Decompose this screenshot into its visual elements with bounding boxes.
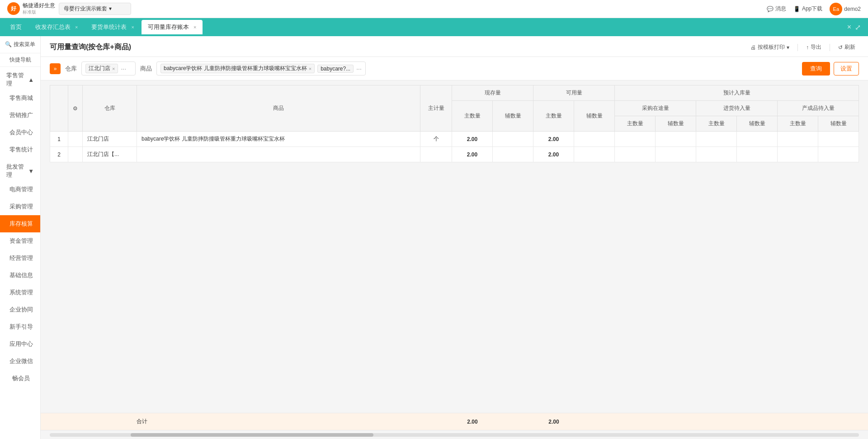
sidebar-item-system[interactable]: 系统管理 — [0, 284, 40, 301]
sidebar-item-enterprise[interactable]: 企业协同 — [0, 301, 40, 318]
tab-available-stock[interactable]: 可用量库存账本 × — [142, 20, 203, 34]
sidebar-item-vip[interactable]: 畅会员 — [0, 370, 40, 387]
sidebar-item-operation[interactable]: 经营管理 — [0, 250, 40, 267]
table-row: 2 江北门店【... 2.00 2.00 — [50, 147, 859, 162]
sidebar-item-inventory-label: 库存核算 — [6, 220, 36, 228]
logo-text-block: 畅捷通好生意 标准版 — [23, 2, 55, 15]
th-available-aux: 辅数量 — [574, 101, 615, 132]
th-production-aux: 辅数量 — [818, 116, 859, 132]
th-product: 商品 — [137, 85, 420, 132]
warehouse-filter-dots[interactable]: ··· — [121, 65, 126, 72]
warehouse-filter[interactable]: 江北门店 × ··· — [81, 61, 136, 76]
tab-home[interactable]: 首页 — [4, 20, 28, 34]
data-table: ⚙ 仓库 商品 主计量 现存量 可用量 预计入库量 主数量 辅数量 主数量 辅数… — [50, 85, 859, 162]
sidebar-item-newbie[interactable]: 新手引导 — [0, 318, 40, 335]
product-filter-dots[interactable]: ··· — [356, 65, 362, 72]
th-purchase-aux: 辅数量 — [656, 116, 696, 132]
cell-current-main: 2.00 — [452, 147, 493, 162]
scroll-thumb[interactable] — [131, 433, 373, 437]
page-header: 可用量查询(按仓库+商品) 🖨 按模板打印 ▾ ↑ 导出 ↺ 刷新 — [41, 36, 868, 57]
refresh-btn[interactable]: ↺ 刷新 — [835, 42, 859, 53]
th-available-group: 可用量 — [533, 85, 615, 101]
th-current-aux: 辅数量 — [493, 101, 533, 132]
th-available-main: 主数量 — [533, 101, 574, 132]
scroll-track[interactable] — [50, 433, 859, 437]
th-forecast-group: 预计入库量 — [615, 85, 859, 101]
sidebar-item-retail-mall[interactable]: 零售商城 — [0, 90, 40, 107]
th-seq — [50, 85, 68, 132]
nav-tabs: 首页 收发存汇总表 × 要货单统计表 × 可用量库存账本 × × ⤢ — [0, 18, 868, 36]
footer-available-main: 2.00 — [533, 419, 574, 425]
window-close-btn[interactable]: × — [847, 23, 851, 32]
sidebar-item-finance[interactable]: 资金管理 — [0, 232, 40, 250]
sidebar-item-retail-stats[interactable]: 零售统计 — [0, 141, 40, 158]
logo-area: 好 畅捷通好生意 标准版 — [7, 2, 55, 15]
warehouse-label: 仓库 — [65, 65, 77, 73]
sidebar-item-inventory[interactable]: 库存核算 — [0, 215, 40, 232]
user-name: demo2 — [844, 6, 861, 12]
content-area: 可用量查询(按仓库+商品) 🖨 按模板打印 ▾ ↑ 导出 ↺ 刷新 — [41, 36, 868, 439]
sidebar-item-system-label: 系统管理 — [6, 288, 36, 297]
cell-available-main: 2.00 — [533, 132, 574, 147]
tab-order-stats-close[interactable]: × — [131, 24, 134, 30]
tab-available-stock-close[interactable]: × — [193, 24, 196, 30]
sidebar-item-members[interactable]: 会员中心 — [0, 124, 40, 141]
filter-bar: » 仓库 江北门店 × ··· 商品 babycare学饮杯 儿童防摔防撞吸管杯… — [41, 57, 868, 80]
cell-unit — [420, 147, 452, 162]
cell-incoming-aux — [737, 147, 778, 162]
tab-order-stats[interactable]: 要货单统计表 × — [85, 20, 140, 34]
sidebar-search[interactable]: 🔍 搜索菜单 — [0, 36, 40, 53]
th-incoming-main: 主数量 — [696, 116, 737, 132]
cell-production-aux — [818, 147, 859, 162]
sidebar-item-app-center-label: 应用中心 — [6, 340, 36, 348]
tab-receive-summary-close[interactable]: × — [75, 24, 78, 30]
sidebar-item-basic-info[interactable]: 基础信息 — [0, 267, 40, 284]
sidebar-item-wechat-label: 企业微信 — [6, 357, 36, 365]
sidebar-item-basic-info-label: 基础信息 — [6, 271, 36, 279]
cell-production-main — [778, 147, 818, 162]
product-filter[interactable]: babycare学饮杯 儿童防摔防撞吸管杯重力球吸嘴杯宝宝水杯 × babyca… — [156, 61, 366, 76]
warehouse-tag-1-remove[interactable]: × — [112, 66, 115, 71]
top-bar: 好 畅捷通好生意 标准版 母婴行业演示账套 ▾ 💬 消息 📱 App下载 Ea … — [0, 0, 868, 18]
sidebar-item-retail-stats-label: 零售统计 — [6, 146, 36, 154]
sidebar-item-members-label: 会员中心 — [6, 128, 36, 137]
product-tag-1-remove[interactable]: × — [309, 66, 311, 71]
sidebar-item-wechat[interactable]: 企业微信 — [0, 353, 40, 370]
window-expand-btn[interactable]: ⤢ — [855, 23, 861, 32]
settings-btn[interactable]: 设置 — [834, 62, 859, 76]
cell-production-aux — [818, 132, 859, 147]
sidebar-item-ecommerce[interactable]: 电商管理 — [0, 181, 40, 198]
cell-current-main: 2.00 — [452, 132, 493, 147]
th-settings[interactable]: ⚙ — [68, 85, 83, 132]
query-btn[interactable]: 查询 — [802, 62, 830, 76]
app-download-btn[interactable]: 📱 App下载 — [793, 5, 822, 13]
th-purchase-group: 采购在途量 — [615, 101, 696, 116]
footer-current-main: 2.00 — [452, 419, 493, 425]
tab-order-stats-label: 要货单统计表 — [91, 23, 127, 31]
tab-receive-summary[interactable]: 收发存汇总表 × — [29, 20, 84, 34]
sidebar-group-retail[interactable]: 零售管理 ▲ — [0, 67, 40, 90]
sidebar-item-enterprise-label: 企业协同 — [6, 306, 36, 314]
sidebar-item-purchase[interactable]: 采购管理 — [0, 198, 40, 215]
cell-seq: 1 — [50, 132, 68, 147]
cell-settings — [68, 132, 83, 147]
export-btn[interactable]: ↑ 导出 — [802, 42, 825, 53]
sidebar-item-app-center[interactable]: 应用中心 — [0, 335, 40, 353]
print-dropdown-icon: ▾ — [787, 44, 789, 51]
sidebar-quick-nav[interactable]: 快捷导航 — [0, 53, 40, 67]
main-layout: 🔍 搜索菜单 快捷导航 零售管理 ▲ 零售商城 营销推广 会员中心 零售统计 批… — [0, 36, 868, 439]
expand-btn[interactable]: » — [50, 63, 61, 74]
avatar: Ea — [830, 3, 842, 15]
warehouse-tag-1: 江北门店 × — [85, 64, 118, 73]
user-profile[interactable]: Ea demo2 — [830, 3, 861, 15]
store-dropdown-icon: ▾ — [109, 5, 112, 12]
sidebar-group-wholesale[interactable]: 批发管理 ▼ — [0, 158, 40, 181]
sidebar-search-label: 搜索菜单 — [14, 41, 35, 47]
store-selector[interactable]: 母婴行业演示账套 ▾ — [59, 3, 131, 15]
print-btn[interactable]: 🖨 按模板打印 ▾ — [747, 42, 793, 53]
sidebar-item-marketing[interactable]: 营销推广 — [0, 107, 40, 124]
cell-purchase-main — [615, 132, 656, 147]
th-production-group: 产成品待入量 — [778, 101, 859, 116]
message-btn[interactable]: 💬 消息 — [767, 5, 786, 13]
cell-purchase-aux — [656, 132, 696, 147]
